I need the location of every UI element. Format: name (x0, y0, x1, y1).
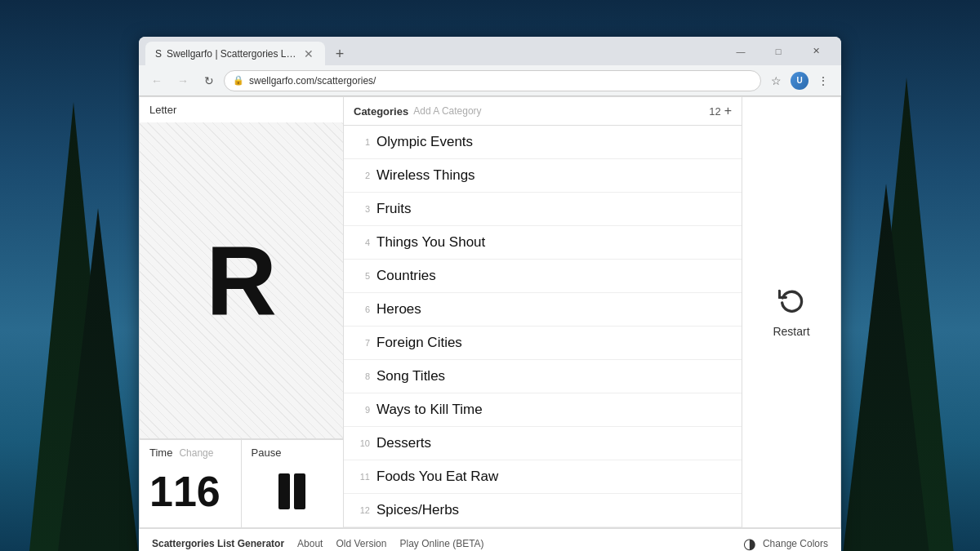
timer-section: Time Change 116 Pause (140, 439, 343, 527)
back-button[interactable]: ← (145, 69, 168, 92)
category-number: 11 (354, 472, 370, 482)
footer-right: ◑ Change Colors (743, 535, 828, 552)
time-column: Time Change 116 (140, 440, 242, 527)
pause-column: Pause (242, 440, 344, 527)
window-controls: — □ ✕ (722, 37, 835, 65)
category-number: 7 (354, 338, 370, 348)
category-number: 3 (354, 204, 370, 214)
category-item[interactable]: 8 Song Titles (344, 360, 742, 393)
category-add-icon-button[interactable]: + (724, 104, 732, 118)
category-item[interactable]: 1 Olympic Events (344, 126, 742, 159)
category-item[interactable]: 9 Ways to Kill Time (344, 393, 742, 427)
category-name: Heroes (376, 301, 421, 318)
change-time-button[interactable]: Change (179, 447, 213, 459)
letter-section: Letter R (140, 97, 343, 439)
category-number: 8 (354, 371, 370, 381)
category-number: 1 (354, 137, 370, 147)
category-name: Fruits (376, 201, 412, 217)
category-number: 10 (354, 438, 370, 448)
category-name: Ways to Kill Time (376, 402, 483, 418)
category-item[interactable]: 12 Spices/Herbs (344, 494, 742, 527)
category-name: Olympic Events (376, 134, 473, 150)
time-header: Time Change (149, 447, 231, 459)
bookmark-button[interactable]: ☆ (764, 69, 787, 92)
profile-initial: U (796, 76, 802, 85)
categories-header: Categories Add A Category 12 + (344, 97, 742, 126)
tab-title: Swellgarfo | Scattergories List G... (167, 48, 297, 60)
minimize-button[interactable]: — (722, 37, 760, 65)
category-name: Song Titles (376, 368, 445, 384)
footer-about-link[interactable]: About (297, 538, 323, 549)
category-number: 6 (354, 304, 370, 314)
footer-site-title: Scattergories List Generator (152, 538, 284, 549)
category-item[interactable]: 5 Countries (344, 260, 742, 293)
category-number: 2 (354, 171, 370, 180)
category-number: 5 (354, 271, 370, 281)
app-grid: Letter R Time Change 116 Pause (139, 96, 841, 528)
category-item[interactable]: 6 Heroes (344, 293, 742, 327)
app-content: Letter R Time Change 116 Pause (139, 96, 841, 551)
pause-bar-left (278, 473, 290, 509)
category-name: Desserts (376, 435, 431, 451)
pause-button-area[interactable] (252, 462, 334, 521)
current-letter: R (206, 232, 277, 330)
app-footer: Scattergories List Generator About Old V… (139, 528, 841, 551)
change-colors-button[interactable]: Change Colors (763, 538, 828, 549)
footer-old-version-link[interactable]: Old Version (336, 538, 386, 549)
pause-label: Pause (252, 447, 334, 459)
left-panel: Letter R Time Change 116 Pause (140, 97, 344, 527)
category-name: Foreign Cities (376, 335, 462, 351)
browser-window: S Swellgarfo | Scattergories List G... ✕… (139, 37, 841, 551)
restart-button[interactable] (778, 287, 804, 318)
category-name: Things You Shout (376, 234, 485, 251)
profile-avatar[interactable]: U (791, 72, 808, 90)
tab-favicon-icon: S (155, 48, 162, 60)
url-text: swellgarfo.com/scattergories/ (249, 75, 376, 87)
category-item[interactable]: 11 Foods You Eat Raw (344, 460, 742, 494)
category-number: 9 (354, 405, 370, 415)
pause-bar-right (294, 473, 305, 509)
timer-value: 116 (149, 462, 231, 521)
tab-bar: S Swellgarfo | Scattergories List G... ✕… (145, 37, 722, 66)
browser-tab[interactable]: S Swellgarfo | Scattergories List G... ✕ (145, 42, 325, 66)
categories-panel: Categories Add A Category 12 + 1 Olympic… (344, 97, 742, 527)
browser-titlebar: S Swellgarfo | Scattergories List G... ✕… (139, 37, 841, 65)
restart-label: Restart (773, 325, 809, 338)
category-name: Countries (376, 268, 436, 284)
add-category-button[interactable]: Add A Category (413, 105, 481, 117)
category-name: Spices/Herbs (376, 502, 459, 518)
address-bar: ← → ↻ 🔒 swellgarfo.com/scattergories/ ☆ … (139, 65, 841, 96)
category-name: Wireless Things (376, 167, 475, 184)
category-count-area: 12 + (709, 104, 732, 118)
contrast-icon: ◑ (743, 535, 756, 552)
new-tab-button[interactable]: + (328, 43, 351, 66)
categories-title: Categories (354, 105, 408, 118)
category-item[interactable]: 3 Fruits (344, 193, 742, 226)
time-label: Time (149, 447, 172, 459)
category-name: Foods You Eat Raw (376, 469, 498, 485)
browser-menu-button[interactable]: ⋮ (812, 69, 835, 92)
letter-display: R (140, 122, 343, 438)
right-panel: Restart (742, 97, 840, 527)
category-list: 1 Olympic Events 2 Wireless Things 3 Fru… (344, 126, 742, 527)
url-bar[interactable]: 🔒 swellgarfo.com/scattergories/ (224, 70, 761, 91)
forward-button[interactable]: → (172, 69, 194, 92)
footer-play-online-link[interactable]: Play Online (BETA) (399, 538, 483, 549)
category-count: 12 (709, 105, 720, 118)
category-item[interactable]: 2 Wireless Things (344, 159, 742, 193)
pause-icon[interactable] (278, 473, 305, 509)
close-button[interactable]: ✕ (797, 37, 835, 65)
category-item[interactable]: 10 Desserts (344, 427, 742, 460)
category-item[interactable]: 4 Things You Shout (344, 226, 742, 260)
category-number: 12 (354, 505, 370, 515)
maximize-button[interactable]: □ (760, 37, 797, 65)
lock-icon: 🔒 (233, 75, 244, 86)
category-number: 4 (354, 238, 370, 247)
refresh-button[interactable]: ↻ (198, 69, 220, 92)
category-item[interactable]: 7 Foreign Cities (344, 327, 742, 360)
letter-section-label: Letter (140, 97, 343, 122)
tab-close-button[interactable]: ✕ (302, 47, 315, 60)
